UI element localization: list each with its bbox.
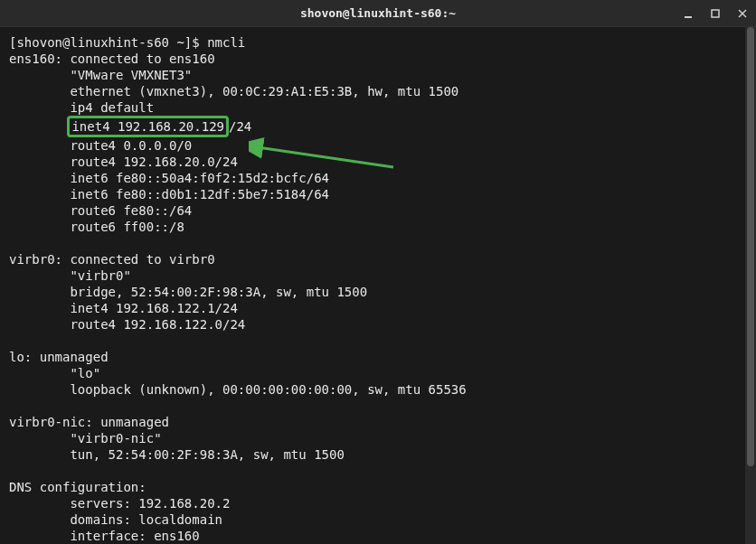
lo-header: lo: unmanaged [9,349,747,365]
dns-interface: interface: ens160 [9,528,747,544]
window-controls [682,7,749,20]
blank-1 [9,235,747,251]
lo-loopback: loopback (unknown), 00:00:00:00:00:00, s… [9,381,747,398]
virbr0-header: virbr0: connected to virbr0 [9,251,747,267]
ens160-inet6-1: inet6 fe80::50a4:f0f2:15d2:bcfc/64 [9,170,747,186]
virbr0nic-tun: tun, 52:54:00:2F:98:3A, sw, mtu 1500 [9,446,747,463]
terminal-body[interactable]: [shovon@linuxhint-s60 ~]$ nmcli ens160: … [0,27,756,544]
virbr0nic-header: virbr0-nic: unmanaged [9,414,747,430]
ens160-header: ens160: connected to ens160 [9,51,747,67]
inet4-highlight-box: inet4 192.168.20.129 [67,116,229,137]
scrollbar-track[interactable] [745,27,756,544]
ens160-name: "VMware VMXNET3" [9,67,747,83]
maximize-icon[interactable] [709,7,722,20]
ens160-route6-1: route6 fe80::/64 [9,202,747,219]
inet4-suffix: /24 [229,119,251,134]
ens160-ethernet: ethernet (vmxnet3), 00:0C:29:A1:E5:3B, h… [9,83,747,99]
titlebar: shovon@linuxhint-s60:~ [0,0,756,27]
ens160-inet6-2: inet6 fe80::d0b1:12df:5be7:5184/64 [9,186,747,202]
virbr0-bridge: bridge, 52:54:00:2F:98:3A, sw, mtu 1500 [9,284,747,300]
prompt-line: [shovon@linuxhint-s60 ~]$ nmcli [9,34,747,51]
dns-header: DNS configuration: [9,479,747,495]
window-title: shovon@linuxhint-s60:~ [300,6,456,20]
scrollbar-thumb[interactable] [747,27,754,466]
blank-2 [9,333,747,349]
ens160-inet4-line: inet4 192.168.20.129/24 [9,116,747,137]
virbr0nic-name: "virbr0-nic" [9,430,747,446]
minimize-icon[interactable] [682,7,695,20]
ens160-route4-2: route4 192.168.20.0/24 [9,154,747,170]
command-text: nmcli [207,35,245,50]
virbr0-inet4: inet4 192.168.122.1/24 [9,300,747,316]
close-icon[interactable] [736,7,749,20]
virbr0-route4: route4 192.168.122.0/24 [9,316,747,333]
dns-servers: servers: 192.168.20.2 [9,495,747,511]
blank-3 [9,398,747,414]
prompt-text: [shovon@linuxhint-s60 ~]$ [9,35,207,50]
lo-name: "lo" [9,365,747,381]
ens160-route4-1: route4 0.0.0.0/0 [9,137,747,154]
ens160-ip4default: ip4 default [9,99,747,116]
inet4-indent [9,119,70,134]
blank-4 [9,463,747,479]
dns-domains: domains: localdomain [9,511,747,528]
virbr0-name: "virbr0" [9,267,747,284]
ens160-route6-2: route6 ff00::/8 [9,219,747,235]
svg-rect-1 [712,10,719,17]
